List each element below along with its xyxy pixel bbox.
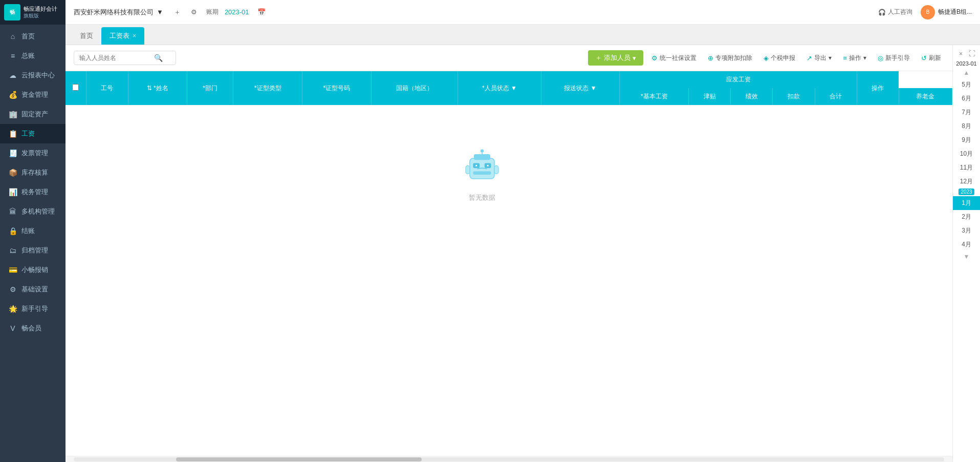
sidebar-item-cloud[interactable]: ☁ 云报表中心 [0,66,66,85]
sidebar-item-fund[interactable]: 💰 资金管理 [0,85,66,104]
sidebar-item-invoice[interactable]: 🧾 发票管理 [0,143,66,163]
sidebar-item-vip[interactable]: V 畅会员 [0,319,66,338]
tab-salary-label: 工资表 [110,31,129,40]
tax-report-btn[interactable]: ◈ 个税申报 [760,52,798,65]
settings-btn[interactable]: ⚙ [188,6,200,18]
th-report-status[interactable]: 报送状态 ▼ [541,71,620,105]
operate-btn[interactable]: ≡ 操作 ▾ [840,52,869,65]
month-nav-down[interactable]: ▼ [961,251,973,262]
select-all-checkbox[interactable] [72,84,79,91]
user-avatar: B [921,5,935,19]
th-id-type: *证型类型 [233,71,302,105]
service-btn[interactable]: 🎧 人工咨询 [878,8,912,16]
sidebar-item-ledger[interactable]: ≡ 总账 [0,46,66,66]
month-5[interactable]: 5月 [953,78,980,92]
export-btn[interactable]: ↗ 导出 ▾ [803,52,835,65]
th-emp-status[interactable]: *人员状态 ▼ [458,71,541,105]
panel-expand-btn[interactable]: ⛶ [967,48,977,58]
add-person-btn[interactable]: ＋ 添加人员 ▾ [588,50,643,66]
th-salary-group: 应发工资 [620,71,857,88]
search-input[interactable] [79,54,151,61]
month-6[interactable]: 6月 [953,92,980,106]
refresh-label: 刷新 [929,54,941,62]
new-guide-label: 新手引导 [885,54,910,62]
new-guide-btn[interactable]: ◎ 新手引导 [875,52,913,65]
period-value[interactable]: 2023-01 [225,8,249,16]
th-base-salary: *基本工资 [620,88,689,105]
svg-point-10 [487,165,489,166]
sidebar-item-archive[interactable]: 🗂 归档管理 [0,241,66,260]
refresh-btn[interactable]: ↺ 刷新 [918,52,944,65]
month-3[interactable]: 3月 [953,224,980,238]
inventory-icon: 📦 [8,169,17,177]
export-label: 导出 [814,54,826,62]
month-8[interactable]: 8月 [953,119,980,133]
filter-icon-emp-status: ▼ [511,85,517,92]
th-id-no: *证型号码 [302,71,371,105]
sidebar-item-tax-label: 税务管理 [21,187,48,197]
ledger-icon: ≡ [8,52,17,60]
th-name[interactable]: ⇅ *姓名 [128,71,187,105]
sidebar-item-asset[interactable]: 🏢 固定资产 [0,104,66,124]
scroll-thumb[interactable] [176,457,422,461]
expense-icon: 💳 [8,266,17,274]
month-11[interactable]: 11月 [953,161,980,175]
panel-close-btn[interactable]: × [956,48,966,58]
social-settings-btn[interactable]: ⚙ 统一社保设置 [648,52,700,65]
svg-point-9 [475,165,477,166]
sidebar-item-guide[interactable]: 🌟 新手引导 [0,299,66,319]
sidebar-item-close[interactable]: 🔒 结账 [0,221,66,241]
new-guide-icon: ◎ [878,54,883,62]
add-icon: ＋ [595,53,602,62]
sidebar-item-home-label: 首页 [21,32,35,41]
empty-state-cell: 暂无数据 [66,105,899,243]
operate-icon: ≡ [843,54,847,62]
add-company-btn[interactable]: ＋ [171,6,184,18]
close-period-icon: 🔒 [8,227,17,235]
month-1[interactable]: 1月 [953,196,980,210]
tabbar: 首页 工资表 × [66,25,980,45]
th-checkbox[interactable] [66,71,86,105]
sidebar-item-multi-org-label: 多机构管理 [21,207,55,216]
tab-home[interactable]: 首页 [72,27,101,45]
tab-salary[interactable]: 工资表 × [101,27,144,45]
th-dept: *部门 [187,71,233,105]
month-7[interactable]: 7月 [953,106,980,119]
scroll-area[interactable] [66,456,952,462]
th-performance: 绩效 [731,88,773,105]
home-icon: ⌂ [8,32,17,40]
empty-text: 暂无数据 [469,193,495,202]
svg-point-3 [481,149,484,152]
user-info[interactable]: B 畅捷通B组... [921,5,972,19]
archive-icon: 🗂 [8,246,17,255]
month-9[interactable]: 9月 [953,133,980,147]
sidebar-item-settings[interactable]: ⚙ 基础设置 [0,280,66,299]
sidebar-item-home[interactable]: ⌂ 首页 [0,27,66,46]
sidebar-item-inventory-label: 库存核算 [21,168,48,177]
sidebar-item-salary[interactable]: 📋 工资 [0,124,66,143]
tax-report-label: 个税申报 [771,54,795,62]
tab-salary-close[interactable]: × [133,32,136,39]
user-name: 畅捷通B组... [938,8,972,16]
sidebar-item-salary-label: 工资 [21,129,35,138]
sidebar-item-tax[interactable]: 📊 税务管理 [0,182,66,202]
month-nav-up[interactable]: ▲ [961,68,973,78]
scroll-track [74,457,944,461]
company-selector[interactable]: 西安虾米网络科技有限公司 ▼ [74,8,163,17]
month-12[interactable]: 12月 [953,175,980,188]
sidebar-item-archive-label: 归档管理 [21,246,48,255]
app-logo: 畅 [4,4,20,20]
content-area: 🔍 ＋ 添加人员 ▾ ⚙ 统一社保设置 ⊕ [66,45,980,462]
calendar-icon[interactable]: 📅 [255,6,268,18]
special-deduct-btn[interactable]: ⊕ 专项附加扣除 [705,52,755,65]
svg-rect-7 [466,165,470,174]
month-2[interactable]: 2月 [953,210,980,224]
search-box[interactable]: 🔍 [74,51,176,65]
sidebar-item-multi-org[interactable]: 🏛 多机构管理 [0,202,66,221]
add-btn-label: 添加人员 [604,53,630,62]
month-10[interactable]: 10月 [953,147,980,161]
month-4[interactable]: 4月 [953,238,980,251]
empty-state: 暂无数据 [66,105,899,243]
sidebar-item-inventory[interactable]: 📦 库存核算 [0,163,66,182]
sidebar-item-expense[interactable]: 💳 小畅报销 [0,260,66,280]
